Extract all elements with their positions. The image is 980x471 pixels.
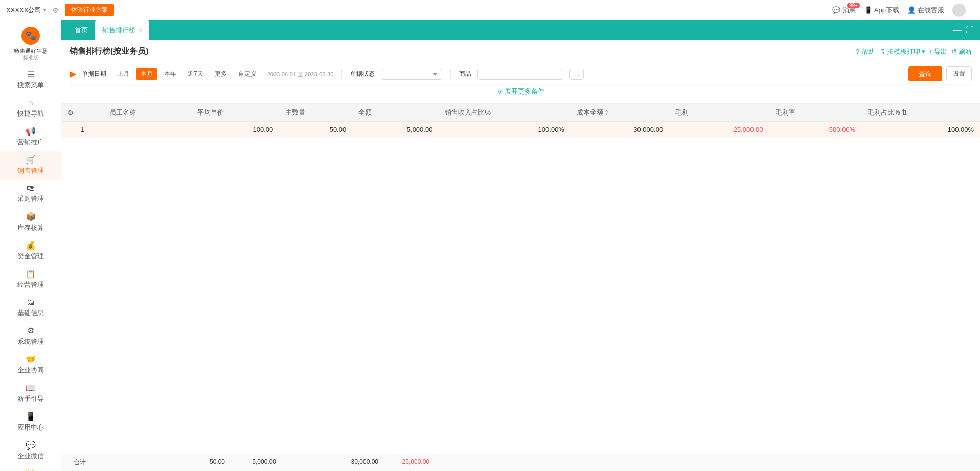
expand-conditions-button[interactable]: ∨ 展开更多条件 xyxy=(497,87,544,96)
sidebar-label-wechat: 企业微信 xyxy=(17,452,44,461)
table-body: 1 100.00 50.00 5,000.00 100.00% 30,000.0… xyxy=(61,122,980,138)
sidebar-item-basic-info[interactable]: 🗂 基础信息 xyxy=(0,294,61,322)
table-wrapper: ⚙ 员工名称 平均单价 主数量 全额 销售收入占比% 成本全额 ? 毛利 毛利率 xyxy=(61,104,980,454)
tab-minimize-button[interactable]: — xyxy=(953,26,962,35)
tab-home[interactable]: 首页 xyxy=(67,20,95,40)
date-range-text: 2023-06-01 至 2023-06-30 xyxy=(267,71,334,78)
date-pill-last-month[interactable]: 上月 xyxy=(112,68,134,80)
member-icon: 👑 xyxy=(26,469,36,471)
profit-pct-sort-icon[interactable]: ⇅ xyxy=(902,108,907,116)
message-icon: 💬 xyxy=(832,6,840,14)
sidebar-item-newbie[interactable]: 📖 新手引导 xyxy=(0,379,61,408)
message-badge: 99+ xyxy=(847,3,860,8)
sidebar-item-app-center[interactable]: 📱 应用中心 xyxy=(0,408,61,436)
marketing-icon: 📢 xyxy=(26,126,36,136)
filter-settings-button[interactable]: 设置 xyxy=(946,66,972,81)
col-settings[interactable]: ⚙ xyxy=(61,104,103,122)
col-profit-pct: 毛利占比% ⇅ xyxy=(861,104,980,122)
date-pill-last-7days[interactable]: 近7天 xyxy=(183,68,208,80)
fund-icon: 💰 xyxy=(26,240,36,250)
avatar[interactable] xyxy=(952,4,966,17)
col-avg-price: 平均单价 xyxy=(191,104,279,122)
sidebar-logo: 🐾 畅康通好生意 标准版 xyxy=(0,20,61,65)
enterprise-icon: 🤝 xyxy=(26,354,36,364)
goods-filter-label: 商品 xyxy=(459,70,471,78)
sidebar-item-inventory[interactable]: 📦 库存核算 xyxy=(0,208,61,236)
message-button[interactable]: 💬 消息 99+ xyxy=(832,6,856,15)
settings-icon[interactable]: ⚙ xyxy=(52,6,59,14)
app-center-icon: 📱 xyxy=(26,412,36,421)
sidebar-item-ops[interactable]: 📋 经营管理 xyxy=(0,265,61,294)
cell-profit: -25,000.00 xyxy=(669,122,769,138)
sidebar-item-wechat[interactable]: 💬 企业微信 xyxy=(0,436,61,465)
page-title: 销售排行榜(按业务员) xyxy=(70,46,149,57)
refresh-link[interactable]: ↺ 刷新 xyxy=(951,47,972,56)
sidebar-label-system: 系统管理 xyxy=(17,337,44,346)
sidebar-item-search-order[interactable]: ☰ 搜索菜单 xyxy=(0,65,61,94)
tab-actions: — ⛶ xyxy=(953,26,974,35)
export-link[interactable]: ↑ 导出 xyxy=(929,47,948,56)
tab-maximize-button[interactable]: ⛶ xyxy=(966,26,974,35)
table-header: ⚙ 员工名称 平均单价 主数量 全额 销售收入占比% 成本全额 ? 毛利 毛利率 xyxy=(61,104,980,122)
expand-chevron-icon: ∨ xyxy=(497,88,503,96)
status-filter-label: 单据状态 xyxy=(350,70,375,78)
goods-filter-input[interactable] xyxy=(477,69,563,80)
tab-close-icon[interactable]: × xyxy=(139,27,142,34)
date-pill-current-year[interactable]: 本年 xyxy=(159,68,181,80)
sidebar-item-member[interactable]: 👑 畅会员 xyxy=(0,465,61,471)
sidebar-item-fund[interactable]: 💰 资金管理 xyxy=(0,236,61,265)
col-amount: 全额 xyxy=(352,104,439,122)
sidebar-item-marketing[interactable]: 📢 营销推广 xyxy=(0,122,61,151)
sidebar-item-quick-nav[interactable]: ⌂ 快捷导航 xyxy=(0,94,61,122)
cell-profit-pct: 100.00% xyxy=(861,122,980,138)
online-service-label: 在线客服 xyxy=(918,6,944,15)
footer-profit-rate xyxy=(436,458,487,467)
sidebar-item-enterprise[interactable]: 🤝 企业协同 xyxy=(0,350,61,379)
sidebar-item-system[interactable]: ⚙ 系统管理 xyxy=(0,322,61,350)
sidebar-label-quick-nav: 快捷导航 xyxy=(17,109,44,118)
tab-sales-ranking[interactable]: 销售排行榜 × xyxy=(95,20,149,40)
sidebar-item-sales[interactable]: 🛒 销售管理 xyxy=(0,151,61,180)
date-pills: 上月 本月 本年 近7天 更多 自定义 xyxy=(112,68,261,80)
inventory-icon: 📦 xyxy=(26,212,36,221)
date-pill-custom[interactable]: 自定义 xyxy=(234,68,261,80)
app-download-button[interactable]: 📱 App下载 xyxy=(864,6,899,15)
logo-title: 畅康通好生意 xyxy=(14,47,48,54)
app-download-icon: 📱 xyxy=(864,6,872,14)
filter-collapse-icon[interactable]: ▶ xyxy=(70,69,76,79)
footer-amount: 5,000.00 xyxy=(231,458,282,467)
sidebar-item-purchase[interactable]: 🛍 采购管理 xyxy=(0,180,61,208)
filter-separator-1 xyxy=(341,69,342,79)
trial-button[interactable]: 体验行业方案 xyxy=(65,4,114,16)
print-chevron-icon: ▾ xyxy=(922,48,925,55)
quick-nav-icon: ⌂ xyxy=(28,98,33,107)
cell-profit-rate: -500.00% xyxy=(769,122,862,138)
main-layout: 🐾 畅康通好生意 标准版 ☰ 搜索菜单 ⌂ 快捷导航 📢 营销推广 🛒 销售管理… xyxy=(0,20,980,471)
sidebar-label-app-center: 应用中心 xyxy=(17,423,44,432)
date-pill-more[interactable]: 更多 xyxy=(210,68,232,80)
col-cost: 成本全额 ? xyxy=(571,104,669,122)
ops-icon: 📋 xyxy=(26,269,36,279)
help-link[interactable]: ? 帮助 xyxy=(856,47,874,56)
sidebar-label-ops: 经营管理 xyxy=(17,280,44,289)
online-service-button[interactable]: 👤 在线客服 xyxy=(907,6,944,15)
tab-bar: 首页 销售排行榜 × — ⛶ xyxy=(61,20,980,40)
page-actions: ? 帮助 🖨 按模板打印 ▾ ↑ 导出 ↺ 刷新 xyxy=(856,47,972,56)
table-row: 1 100.00 50.00 5,000.00 100.00% 30,000.0… xyxy=(61,122,980,138)
status-filter-select[interactable] xyxy=(381,69,442,80)
expand-conditions-row: ∨ 展开更多条件 xyxy=(70,84,972,98)
app-download-label: App下载 xyxy=(874,6,899,15)
page-content: 销售排行榜(按业务员) ? 帮助 🖨 按模板打印 ▾ ↑ 导出 xyxy=(61,40,980,471)
company-selector[interactable]: XXXXX公司 ▾ xyxy=(6,6,46,15)
refresh-label: 刷新 xyxy=(959,47,972,56)
query-button[interactable]: 查询 xyxy=(908,66,942,81)
goods-ellipsis-button[interactable]: ... xyxy=(569,69,584,80)
cell-rank: 1 xyxy=(61,122,103,138)
template-print-link[interactable]: 🖨 按模板打印 ▾ xyxy=(879,47,925,56)
sidebar-label-purchase: 采购管理 xyxy=(17,194,44,204)
date-pill-current-month[interactable]: 本月 xyxy=(136,68,157,80)
help-icon: ? xyxy=(856,48,859,55)
cost-help-icon[interactable]: ? xyxy=(605,110,608,116)
cell-avg-price: 100.00 xyxy=(191,122,279,138)
company-name: XXXXX公司 xyxy=(6,6,41,15)
